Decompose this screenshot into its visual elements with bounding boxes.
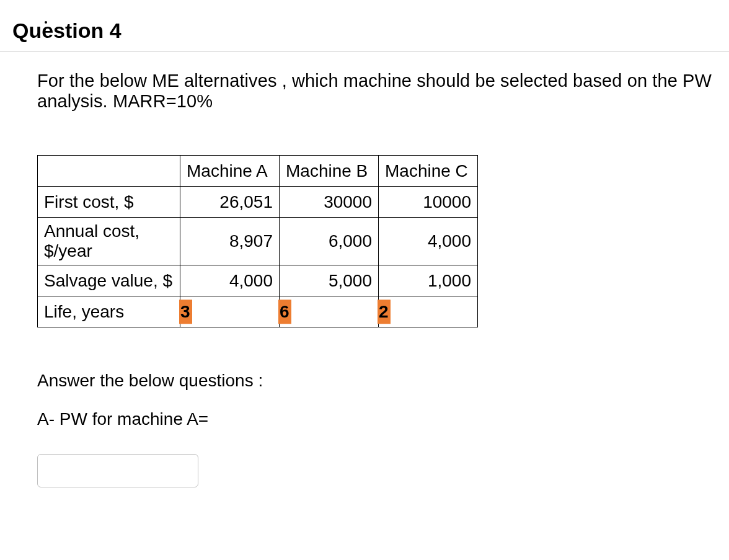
label-annual-cost: Annual cost, $/year [38,218,180,265]
row-annual-cost: Annual cost, $/year 8,907 6,000 4,000 [38,218,478,265]
answer-sub-a: A- PW for machine A= [37,409,729,429]
answer-section: Answer the below questions : A- PW for m… [37,371,729,487]
question-prompt: For the below ME alternatives , which ma… [37,71,729,112]
answer-input-a[interactable] [37,454,198,487]
alternatives-table: Machine A Machine B Machine C First cost… [37,155,478,327]
first-cost-b: 30000 [280,187,379,218]
life-b-value: 6 [278,300,291,324]
first-cost-c: 10000 [379,187,478,218]
question-header: Question 4 [0,12,729,52]
annual-cost-b: 6,000 [280,218,379,265]
row-salvage: Salvage value, $ 4,000 5,000 1,000 [38,265,478,296]
answer-intro: Answer the below questions : [37,371,729,391]
salvage-c: 1,000 [379,265,478,296]
salvage-a: 4,000 [180,265,280,296]
header-machine-c: Machine C [379,156,478,187]
life-b: 6 [280,296,379,327]
life-a: 3 [180,296,280,327]
annual-cost-c: 4,000 [379,218,478,265]
question-number: Question 4 [12,19,122,42]
question-container: Question 4 For the below ME alternatives… [0,0,729,487]
first-cost-a: 26,051 [180,187,280,218]
salvage-b: 5,000 [280,265,379,296]
header-machine-a: Machine A [180,156,280,187]
life-c: 2 [379,296,478,327]
annual-cost-a: 8,907 [180,218,280,265]
label-salvage: Salvage value, $ [38,265,180,296]
table-corner [38,156,180,187]
row-life: Life, years 3 6 2 [38,296,478,327]
life-c-value: 2 [378,300,391,324]
accent-dot-icon [45,21,47,24]
header-machine-b: Machine B [280,156,379,187]
question-body: For the below ME alternatives , which ma… [0,52,729,487]
life-a-value: 3 [179,300,192,324]
table-header-row: Machine A Machine B Machine C [38,156,478,187]
row-first-cost: First cost, $ 26,051 30000 10000 [38,187,478,218]
label-life: Life, years [38,296,180,327]
label-first-cost: First cost, $ [38,187,180,218]
